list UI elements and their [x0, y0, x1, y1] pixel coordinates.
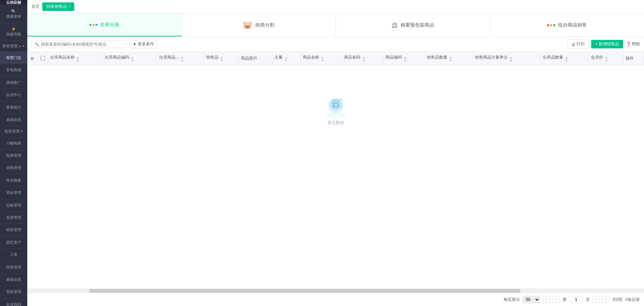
toolbar: 🔍 ▼ 更多条件 🖨 打印 + 新增销售品 ❓ 帮助 — [27, 37, 644, 52]
th-img: 商品图片 — [239, 52, 272, 65]
chevron-icon: ▲ — [18, 44, 21, 48]
tab-close-icon[interactable]: × — [68, 5, 70, 9]
th-out-qty: 出库品数量 ▲▼ — [541, 52, 589, 65]
filter-button[interactable]: ▼ 更多条件 — [130, 40, 157, 48]
sort-arrows-sale-qty[interactable]: ▲▼ — [449, 56, 452, 62]
sort-arrows-out-code[interactable]: ▲▼ — [131, 56, 134, 62]
svg-rect-6 — [334, 104, 338, 105]
th-checkbox[interactable] — [38, 52, 48, 65]
th-weight: 主量 ▲▼ — [272, 52, 301, 65]
total-pages: 共0页 — [612, 297, 623, 303]
select-all-checkbox[interactable] — [41, 56, 45, 60]
empty-illustration — [322, 93, 349, 120]
print-icon: 🖨 — [571, 42, 575, 47]
sidebar-item-mini-ecom[interactable]: 小畅电商 — [0, 137, 27, 150]
page-label: 第 — [563, 297, 567, 303]
sidebar-item-ops-mgmt[interactable]: 经营管理 — [0, 261, 27, 274]
sidebar-item-retail-stats[interactable]: 零售统计 — [0, 102, 27, 114]
help-icon: ❓ — [626, 42, 631, 47]
sort-arrows-sale-unit[interactable]: ▲▼ — [510, 56, 513, 62]
weight-pkg-label: 称重预包装商品 — [401, 22, 434, 28]
sidebar-item-base-info[interactable]: 基础信息 — [0, 114, 27, 126]
sidebar-item-ecom-mgmt[interactable]: 电商管理 — [0, 150, 27, 162]
combo-sales-icon — [547, 24, 555, 26]
tab-fresh-grade[interactable]: 生鲜分级 — [27, 14, 182, 36]
per-page-select[interactable]: 10 20 50 100 — [523, 296, 540, 303]
sidebar-item-general-ledger[interactable]: 总账管理 — [0, 199, 27, 212]
sidebar-item-quick-nav[interactable]: ⚡ 快捷导航 — [0, 23, 27, 41]
tab-label: 特殊销售品 — [46, 4, 67, 10]
sort-arrows-sale-item[interactable]: ▲▼ — [220, 56, 223, 62]
prev-page-button[interactable]: < — [553, 296, 560, 303]
table-container: ⚙ 出库商品名称 ▲▼ 出库商品编码 ▲▼ 出库商品... ▲▼ — [27, 52, 644, 289]
total-records: 0条记录 — [625, 297, 640, 303]
quick-nav-icon: ⚡ — [2, 27, 26, 32]
sort-arrows-out-qty[interactable]: ▲▼ — [565, 56, 568, 62]
th-goods-code: 商品编码 ▲▼ — [383, 52, 424, 65]
first-page-button[interactable]: « — [543, 296, 550, 303]
pagination: 每页显示 10 20 50 100 « < 第 页 > » 共0页 0条记录 — [27, 293, 644, 306]
data-table: ⚙ 出库商品名称 ▲▼ 出库商品编码 ▲▼ 出库商品... ▲▼ — [27, 52, 644, 65]
sidebar-item-capital-mgmt[interactable]: 资金管理 — [0, 187, 27, 199]
sidebar-item-smart-store[interactable]: 智慧门店 — [0, 52, 27, 64]
sidebar-item-member-center[interactable]: 会员中心 — [0, 89, 27, 101]
tab-weight-pkg[interactable]: ⚖ 称重预包装商品 — [336, 14, 490, 36]
page-input[interactable] — [569, 296, 583, 303]
th-settings[interactable]: ⚙ — [27, 52, 38, 65]
svg-point-4 — [332, 100, 335, 103]
meat-cut-label: 肉类分割 — [255, 22, 274, 28]
svg-point-8 — [339, 98, 343, 101]
sidebar-item-inventory[interactable]: 库存核算 — [0, 174, 27, 187]
weight-pkg-icon: ⚖ — [392, 21, 398, 29]
sort-arrows-out-name[interactable]: ▲▼ — [76, 56, 79, 62]
th-sale-unit: 销售商品计量单位 ▲▼ — [473, 52, 541, 65]
svg-rect-3 — [332, 102, 339, 108]
meat-cut-icon: 🐷 — [242, 20, 253, 30]
page-suffix: 页 — [586, 297, 590, 303]
last-page-button[interactable]: » — [602, 296, 610, 303]
sidebar-item-purchase-mgmt[interactable]: 采购管理 — [0, 162, 27, 174]
th-barcode: 商品条码 ▲▼ — [342, 52, 383, 65]
sidebar-item-sales-promo[interactable]: 营销推广 — [0, 77, 27, 89]
th-out-name: 出库商品名称 ▲▼ — [48, 52, 102, 65]
table-header-row: ⚙ 出库商品名称 ▲▼ 出库商品编码 ▲▼ 出库商品... ▲▼ — [27, 52, 644, 65]
fresh-grade-icon — [89, 24, 98, 26]
tab-meat-cut[interactable]: 🐷 肉类分割 — [182, 14, 336, 36]
sidebar-item-tax-mgmt[interactable]: 税务管理 — [0, 224, 27, 236]
print-button[interactable]: 🖨 打印 — [568, 40, 588, 49]
th-out-spec: 出库商品... ▲▼ — [157, 52, 204, 65]
sort-arrows-goods-name[interactable]: ▲▼ — [321, 56, 324, 62]
filter-icon: ▼ — [133, 42, 137, 47]
search-box[interactable]: 🔍 — [31, 41, 127, 48]
sidebar-item-fixed-assets[interactable]: 固定资产 — [0, 236, 27, 249]
app-logo: 云供应链 — [0, 0, 27, 5]
sidebar-item-retail-mall[interactable]: 零售商城 — [0, 64, 27, 76]
sidebar-item-base-info2[interactable]: 基础信息 — [0, 274, 27, 286]
help-button[interactable]: ❓ 帮助 — [626, 41, 640, 47]
sidebar-item-search-menu[interactable]: 🔍 搜索菜单 — [0, 5, 27, 23]
sidebar-item-salary[interactable]: 工资 — [0, 249, 27, 261]
sort-arrows-out-spec[interactable]: ▲▼ — [181, 56, 184, 62]
scrollbar-thumb[interactable] — [89, 289, 521, 293]
svg-point-5 — [336, 100, 339, 103]
category-tabs: 生鲜分级 🐷 肉类分割 ⚖ 称重预包装商品 组合商品销售 — [27, 14, 644, 37]
sort-arrows-goods-code[interactable]: ▲▼ — [404, 56, 407, 62]
sidebar-item-invoice-mgmt[interactable]: 发票管理 — [0, 212, 27, 224]
active-tab[interactable]: 特殊销售品 × — [42, 2, 74, 11]
sidebar-item-sys-mgmt[interactable]: 系统管理 — [0, 286, 27, 298]
horizontal-scrollbar[interactable] — [27, 289, 644, 293]
sort-arrows-weight[interactable]: ▲▼ — [285, 56, 288, 62]
sidebar-item-retail-mgmt[interactable]: 零售管理 ▲ — [0, 41, 27, 52]
sidebar-item-wholesale-mgmt[interactable]: 批发管理 ▼ — [0, 126, 27, 137]
main-content: 首页 特殊销售品 × 生鲜分级 🐷 肉类分割 ⚖ 称重预包装商品 — [27, 0, 644, 306]
sort-arrows-member-price[interactable]: ▲▼ — [605, 56, 608, 62]
next-page-button[interactable]: > — [593, 296, 600, 303]
sidebar-item-corp-agreement[interactable]: 企业协同 — [0, 299, 27, 306]
sort-arrows-barcode[interactable]: ▲▼ — [362, 56, 365, 62]
search-input[interactable] — [41, 42, 124, 47]
new-item-button[interactable]: + 新增销售品 — [591, 40, 623, 48]
home-breadcrumb[interactable]: 首页 — [31, 4, 40, 10]
th-sale-item: 销售品 ▲▼ — [204, 52, 239, 65]
th-ops: 操作 — [624, 52, 644, 65]
tab-combo-sales[interactable]: 组合商品销售 — [490, 14, 644, 36]
